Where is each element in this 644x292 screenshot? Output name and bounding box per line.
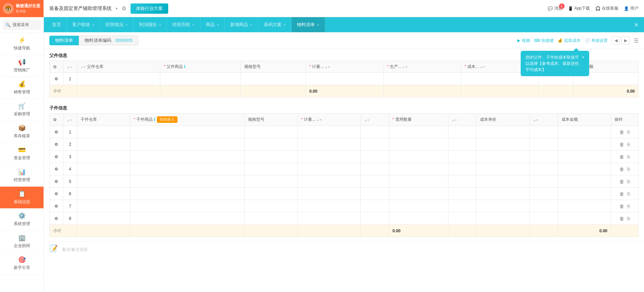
child-row-unit[interactable] <box>297 138 361 151</box>
tab-close-button[interactable]: × <box>125 23 127 27</box>
child-row-quantity[interactable] <box>389 212 448 225</box>
sidebar-item-marketing[interactable]: 📢 营销推广 <box>0 55 44 77</box>
child-row-goods[interactable] <box>130 212 244 225</box>
child-row-warehouse[interactable] <box>77 188 130 200</box>
delete-row-button[interactable]: 🗑 <box>618 203 625 209</box>
child-row-unit[interactable] <box>297 163 361 175</box>
video-action-button[interactable]: ▶ 视频 <box>517 38 530 44</box>
next-record-button[interactable]: ▶ <box>621 36 630 45</box>
child-row-unit[interactable] <box>297 175 361 188</box>
child-row-spec[interactable] <box>244 151 297 163</box>
tab-close-button[interactable]: × <box>317 23 319 27</box>
child-row-spec[interactable] <box>244 138 297 151</box>
online-service-button[interactable]: 🎧 在线客服 <box>595 5 618 11</box>
copy-row-button[interactable]: ⎘ <box>626 191 631 197</box>
delete-row-button[interactable]: 🗑 <box>618 216 625 221</box>
tab-bom[interactable]: 物料清单 <box>49 36 79 45</box>
parent-row-goods[interactable] <box>160 73 240 85</box>
nav-tab-商品[interactable]: 商品× <box>200 17 225 32</box>
child-row-quantity[interactable] <box>389 175 448 188</box>
tooltip-close-button[interactable]: × <box>582 54 584 60</box>
delete-row-button[interactable]: 🗑 <box>618 129 625 135</box>
child-row-warehouse[interactable] <box>77 138 130 151</box>
child-row-warehouse[interactable] <box>77 126 130 138</box>
child-row-goods[interactable] <box>130 163 244 175</box>
nav-tab-首页[interactable]: 首页 <box>47 17 67 32</box>
nav-tab-条码方案[interactable]: 条码方案× <box>258 17 292 32</box>
sidebar-item-quick-nav[interactable]: ⚡ 快捷导航 <box>0 33 44 55</box>
experience-button[interactable]: 体验行业方案 <box>131 3 168 14</box>
child-row-spec[interactable] <box>244 175 297 188</box>
child-row-spec[interactable] <box>244 212 297 225</box>
delete-row-button[interactable]: 🗑 <box>618 142 625 147</box>
child-row-goods[interactable] <box>130 175 244 188</box>
nav-tab-新增商品[interactable]: 新增商品× <box>225 17 258 32</box>
child-row-quantity[interactable] <box>389 188 448 200</box>
tab-close-button[interactable]: × <box>284 23 286 27</box>
tab-close-button[interactable]: × <box>192 23 194 27</box>
copy-row-button[interactable]: ⎘ <box>626 142 631 147</box>
parent-row-unit[interactable] <box>306 73 383 85</box>
tab-close-button[interactable]: × <box>92 23 94 27</box>
child-row-unit-cost[interactable] <box>476 200 530 212</box>
child-row-warehouse[interactable] <box>77 175 130 188</box>
nav-tab-利润报告[interactable]: 利润报告× <box>134 17 167 32</box>
child-row-unit[interactable] <box>297 200 361 212</box>
child-row-unit[interactable] <box>297 212 361 225</box>
child-row-goods[interactable] <box>130 200 244 212</box>
child-row-warehouse[interactable] <box>77 212 130 225</box>
settings-action-button[interactable]: 📄 单据设置 <box>585 38 608 44</box>
grid-view-button[interactable]: ☰ <box>634 37 639 44</box>
child-row-unit-cost[interactable] <box>476 126 530 138</box>
child-row-unit-cost[interactable] <box>476 151 530 163</box>
tab-close-button[interactable]: × <box>159 23 161 27</box>
parent-row-warehouse[interactable] <box>77 73 160 85</box>
child-row-unit-cost[interactable] <box>476 212 530 225</box>
cost-action-button[interactable]: 💰 提取成本 <box>558 38 581 44</box>
parent-row-spec[interactable] <box>241 73 306 85</box>
parent-row-production[interactable] <box>383 73 461 85</box>
child-row-unit-cost[interactable] <box>476 138 530 151</box>
sidebar-item-operations[interactable]: 📊 经营管理 <box>0 165 44 187</box>
child-row-spec[interactable] <box>244 200 297 212</box>
user-button[interactable]: 👤 用户 <box>624 5 639 11</box>
delete-row-button[interactable]: 🗑 <box>618 166 625 172</box>
child-row-spec[interactable] <box>244 188 297 200</box>
delete-row-button[interactable]: 🗑 <box>618 154 625 160</box>
child-row-unit-cost[interactable] <box>476 175 530 188</box>
copy-row-button[interactable]: ⎘ <box>626 129 631 135</box>
nav-tab-经营历程[interactable]: 经营历程× <box>167 17 200 32</box>
child-row-unit[interactable] <box>297 126 361 138</box>
child-row-spec[interactable] <box>244 126 297 138</box>
copy-row-button[interactable]: ⎘ <box>626 166 631 172</box>
sidebar-item-guide[interactable]: 🎯 新手引导 <box>0 253 44 275</box>
sidebar-item-basic-info[interactable]: 📋 基础信息 <box>0 187 44 209</box>
scan-input-button[interactable]: 扫码录入 <box>157 116 177 123</box>
sidebar-item-purchase[interactable]: 🛒 采购管理 <box>0 99 44 121</box>
sidebar-item-system[interactable]: ⚙️ 系统管理 <box>0 209 44 231</box>
table-settings-icon[interactable]: ⚙ <box>53 65 57 69</box>
child-row-quantity[interactable] <box>389 138 448 151</box>
delete-row-button[interactable]: 🗑 <box>618 179 625 184</box>
child-settings-icon[interactable]: ⚙ <box>53 117 57 122</box>
copy-row-button[interactable]: ⎘ <box>626 154 631 160</box>
delete-row-button[interactable]: 🗑 <box>618 191 625 197</box>
tab-close-button[interactable]: × <box>250 23 252 27</box>
nav-tab-物料清单[interactable]: 物料清单× <box>292 17 325 32</box>
child-row-goods[interactable] <box>130 138 244 151</box>
search-menu-button[interactable]: 🔍 搜索菜单 <box>3 20 41 30</box>
prev-record-button[interactable]: ◀ <box>612 36 620 45</box>
nav-tab-经营情况[interactable]: 经营情况× <box>100 17 133 32</box>
sidebar-item-finance[interactable]: 💳 资金管理 <box>0 143 44 165</box>
copy-row-button[interactable]: ⎘ <box>626 179 631 184</box>
settings-icon[interactable]: ⚙ <box>122 5 126 12</box>
system-title-dropdown[interactable]: ▾ <box>116 7 117 10</box>
child-row-unit[interactable] <box>297 151 361 163</box>
child-row-warehouse[interactable] <box>77 163 130 175</box>
message-button[interactable]: 💬 消息 6 <box>548 5 562 11</box>
child-row-warehouse[interactable] <box>77 200 130 212</box>
copy-row-button[interactable]: ⎘ <box>626 203 631 209</box>
child-row-unit[interactable] <box>297 188 361 200</box>
child-row-spec[interactable] <box>244 163 297 175</box>
child-row-goods[interactable] <box>130 188 244 200</box>
